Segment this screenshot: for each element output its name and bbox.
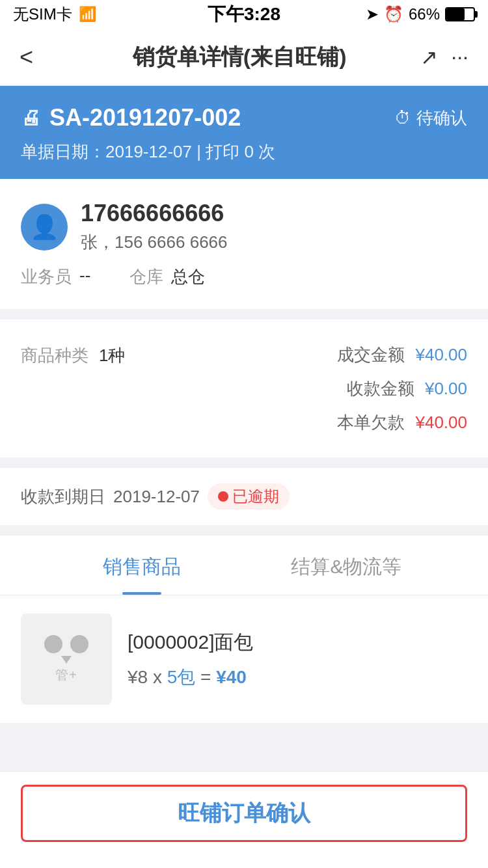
due-date-label: 收款到期日 xyxy=(21,485,105,508)
customer-row: 👤 17666666666 张，156 6666 6666 xyxy=(21,200,467,254)
received-amount: ¥0.00 xyxy=(425,372,467,405)
order-date: 2019-12-07 xyxy=(105,142,192,161)
order-status: ⏱ 待确认 xyxy=(394,107,467,129)
tab-settlement-label: 结算&物流等 xyxy=(291,556,401,577)
salesperson-item: 业务员 -- xyxy=(21,265,90,288)
tab-sales-products[interactable]: 销售商品 xyxy=(39,536,244,595)
owl-beak xyxy=(61,656,72,664)
financial-amounts: 成交金额 ¥40.00 收款金额 ¥0.00 本单欠款 ¥40.00 xyxy=(337,338,467,439)
order-id-text: SA-20191207-002 xyxy=(49,104,241,131)
salesperson-value: -- xyxy=(79,265,90,288)
location-icon: ➤ xyxy=(366,5,379,23)
owl-brand-text: 管+ xyxy=(55,666,77,684)
tab-sales-label: 销售商品 xyxy=(103,556,181,577)
battery-icon xyxy=(445,7,475,21)
tab-settlement[interactable]: 结算&物流等 xyxy=(244,536,449,595)
product-unit-price: ¥8 x xyxy=(128,667,167,687)
financial-card: 商品种类 1种 成交金额 ¥40.00 收款金额 ¥0.00 本单欠款 ¥40.… xyxy=(0,319,488,457)
status-clock-icon: ⏱ xyxy=(394,108,411,128)
owed-amount-row: 本单欠款 ¥40.00 xyxy=(337,405,467,439)
status-bar: 无SIM卡 📶 下午3:28 ➤ ⏰ 66% xyxy=(0,0,488,29)
export-icon[interactable]: ↗ xyxy=(420,45,438,70)
confirm-order-button[interactable]: 旺铺订单确认 xyxy=(21,785,467,842)
product-info: [0000002]面包 ¥8 x 5包 = ¥40 xyxy=(128,629,467,690)
battery-text: 66% xyxy=(409,5,440,23)
overdue-dot-icon xyxy=(218,491,228,502)
financial-row: 商品种类 1种 成交金额 ¥40.00 收款金额 ¥0.00 本单欠款 ¥40.… xyxy=(21,338,467,439)
owl-eyes xyxy=(44,635,88,653)
status-bar-time: 下午3:28 xyxy=(208,2,280,27)
warehouse-label: 仓库 xyxy=(129,265,163,288)
status-bar-right: ➤ ⏰ 66% xyxy=(366,5,475,23)
tab-bar: 销售商品 结算&物流等 xyxy=(0,536,488,595)
status-text: 待确认 xyxy=(416,107,467,129)
order-header-card: 🖨 SA-20191207-002 ⏱ 待确认 单据日期：2019-12-07 … xyxy=(0,86,488,179)
status-bar-left: 无SIM卡 📶 xyxy=(13,4,96,25)
customer-card: 👤 17666666666 张，156 6666 6666 业务员 -- 仓库 … xyxy=(0,179,488,309)
overdue-badge: 已逾期 xyxy=(208,483,290,509)
transaction-amount: ¥40.00 xyxy=(415,338,467,372)
product-equals: = xyxy=(195,667,216,687)
back-button[interactable]: < xyxy=(20,44,59,71)
owl-left-eye xyxy=(44,635,62,653)
salesperson-label: 业务员 xyxy=(21,265,72,288)
customer-phone: 17666666666 xyxy=(81,200,228,227)
due-date-value: 2019-12-07 xyxy=(113,487,200,507)
warehouse-item: 仓库 总仓 xyxy=(129,265,205,288)
date-separator: | xyxy=(192,142,206,161)
product-image: 管+ xyxy=(21,614,112,705)
page-title: 销货单详情(来自旺铺) xyxy=(133,42,347,72)
product-types-value: 1种 xyxy=(99,344,125,367)
nav-actions: ↗ ··· xyxy=(420,45,468,70)
customer-avatar: 👤 xyxy=(21,204,68,251)
customer-info: 17666666666 张，156 6666 6666 xyxy=(81,200,228,254)
customer-meta: 业务员 -- 仓库 总仓 xyxy=(21,265,467,288)
product-count-area: 商品种类 1种 xyxy=(21,338,125,367)
due-date-section: 收款到期日 2019-12-07 已逾期 xyxy=(0,468,488,525)
date-label: 单据日期： xyxy=(21,142,105,161)
customer-name-sub: 张，156 6666 6666 xyxy=(81,231,228,254)
warehouse-value: 总仓 xyxy=(171,265,205,288)
wifi-icon: 📶 xyxy=(79,6,96,23)
owed-label: 本单欠款 xyxy=(337,405,405,439)
order-id: 🖨 SA-20191207-002 xyxy=(21,104,241,131)
product-name: [0000002]面包 xyxy=(128,629,467,656)
received-label: 收款金额 xyxy=(347,372,414,405)
transaction-label: 成交金额 xyxy=(337,338,405,372)
product-owl-logo: 管+ xyxy=(44,635,88,684)
product-quantity: 5包 xyxy=(167,667,196,687)
owl-right-eye xyxy=(70,635,88,653)
carrier-text: 无SIM卡 xyxy=(13,4,72,25)
received-amount-row: 收款金额 ¥0.00 xyxy=(337,372,467,405)
alarm-icon: ⏰ xyxy=(384,5,403,23)
more-icon[interactable]: ··· xyxy=(451,45,468,69)
product-item: 管+ [0000002]面包 ¥8 x 5包 = ¥40 xyxy=(21,614,467,705)
product-price-row: ¥8 x 5包 = ¥40 xyxy=(128,665,467,690)
print-info: 打印 0 次 xyxy=(206,142,275,161)
owed-amount: ¥40.00 xyxy=(415,405,467,439)
product-types-label: 商品种类 xyxy=(21,344,88,367)
order-date-row: 单据日期：2019-12-07 | 打印 0 次 xyxy=(21,141,467,163)
avatar-icon: 👤 xyxy=(30,213,59,241)
overdue-text: 已逾期 xyxy=(232,486,279,507)
transaction-amount-row: 成交金额 ¥40.00 xyxy=(337,338,467,372)
order-type-icon: 🖨 xyxy=(21,107,40,129)
bottom-bar: 旺铺订单确认 xyxy=(0,771,488,868)
order-id-row: 🖨 SA-20191207-002 ⏱ 待确认 xyxy=(21,104,467,131)
product-section: 管+ [0000002]面包 ¥8 x 5包 = ¥40 xyxy=(0,595,488,723)
nav-bar: < 销货单详情(来自旺铺) ↗ ··· xyxy=(0,29,488,86)
tab-section: 销售商品 结算&物流等 xyxy=(0,536,488,595)
product-total: ¥40 xyxy=(216,667,247,687)
